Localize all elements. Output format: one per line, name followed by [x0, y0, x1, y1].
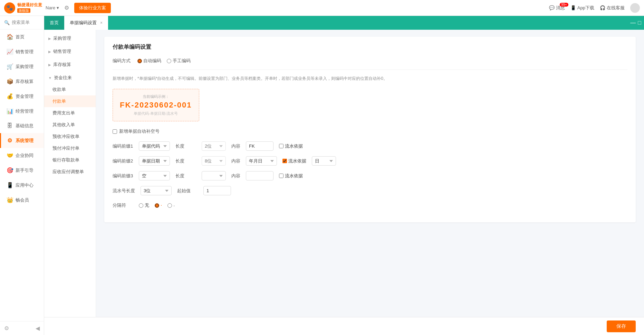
auto-fill-checkbox[interactable] — [113, 129, 117, 134]
tabs-bar: 首页 单据编码设置 × — □ — [44, 16, 644, 30]
tab-home[interactable]: 首页 — [44, 16, 64, 30]
sidebar-item-inventory[interactable]: 📦 库存核算 — [0, 74, 44, 89]
user-avatar[interactable] — [630, 3, 640, 13]
prefix1-select[interactable]: 单据代码 单据代码 — [139, 141, 170, 151]
download-icon: 📱 — [570, 5, 576, 10]
prefix1-label: 编码前缀1 — [113, 143, 133, 149]
sidebar-item-finance[interactable]: 💰 资金管理 — [0, 89, 44, 104]
submenu-group-finance-title[interactable]: ▼ 资金往来 — [44, 72, 96, 84]
logo-text: 畅捷通好生意 旗舰版 — [17, 2, 42, 13]
preview-desc: 单据代码-单据日期-流水号 — [120, 111, 192, 116]
manual-encode-radio[interactable]: 手工编码 — [167, 58, 191, 64]
main-content: 付款单编码设置 编码方式 自动编码 手工编码 新增单据时，*单据编码*自动生成，… — [96, 30, 644, 317]
chevron-right-icon: ▶ — [48, 37, 51, 40]
sidebar-item-purchase[interactable]: 🛒 采购管理 — [0, 59, 44, 74]
prefix-row-2: 编码前缀2 单据日期 长度 8位 内容 年月日 流水依据 日 月 — [113, 156, 627, 166]
submenu-item-bank[interactable]: 银行存取款单 — [44, 154, 96, 166]
water3-label[interactable]: 流水依据 — [285, 173, 303, 179]
online-service-button[interactable]: 🎧 在线客服 — [600, 5, 625, 11]
prefix-row-3: 编码前缀3 空 长度 内容 流水依据 — [113, 171, 627, 180]
sep-dot-radio[interactable]: · — [155, 202, 162, 208]
tab-maximize-icon[interactable]: □ — [638, 20, 641, 26]
water2-label[interactable]: 流水依据 — [288, 158, 306, 164]
water2-checkbox-group: 流水依据 — [282, 158, 306, 164]
preview-code: FK-20230602-001 — [120, 101, 192, 110]
logo-icon: 🐾 — [4, 2, 15, 13]
submenu-item-pre-receive[interactable]: 预收冲应收单 — [44, 131, 96, 142]
chevron-right-icon-2: ▶ — [48, 50, 51, 54]
length1-select[interactable]: 2位 2位 — [202, 141, 226, 151]
length2-label: 长度 — [175, 158, 196, 164]
finance-icon: 💰 — [7, 93, 13, 100]
sidebar-item-member[interactable]: 👑 畅会员 — [0, 193, 44, 207]
length2-select[interactable]: 8位 — [202, 156, 226, 166]
prefix2-select[interactable]: 单据日期 — [139, 156, 170, 166]
sidebar-item-sales[interactable]: 📈 销售管理 — [0, 44, 44, 59]
submenu-item-expense[interactable]: 费用支出单 — [44, 107, 96, 119]
content1-input[interactable] — [246, 141, 273, 151]
appcenter-icon: 📱 — [7, 182, 13, 188]
message-icon: 💬 — [549, 5, 555, 10]
serial-length-select[interactable]: 3位 4位 5位 — [141, 186, 172, 195]
content2-select[interactable]: 年月日 — [246, 156, 277, 166]
app-download-button[interactable]: 📱 App下载 — [570, 5, 594, 11]
submenu-group-inventory: ▶ 库存核算 — [44, 59, 96, 71]
sidebar-item-appcenter[interactable]: 📱 应用中心 — [0, 178, 44, 193]
submenu-item-payment[interactable]: 付款单 — [44, 95, 96, 107]
tab-close-icon[interactable]: × — [100, 20, 103, 25]
sidebar-item-newguide[interactable]: 🎯 新手引导 — [0, 163, 44, 178]
sidebar-item-basic[interactable]: 🗄 基础信息 — [0, 119, 44, 133]
inventory-icon: 📦 — [7, 78, 13, 85]
top-bar-right: 💬 消息 99+ 📱 App下载 🎧 在线客服 — [549, 3, 640, 13]
separator-row: 分隔符 无 · · — [113, 202, 627, 208]
content3-input[interactable] — [246, 171, 273, 180]
water1-checkbox[interactable] — [279, 144, 283, 148]
hint-text: 新增单据时，*单据编码*自动生成，不可编辑。前缀设置为部门、业务员等档案类。开单… — [113, 75, 627, 82]
water2-checkbox[interactable] — [282, 159, 287, 163]
tab-minimize-icon[interactable]: — — [630, 20, 636, 26]
length3-label: 长度 — [175, 173, 196, 179]
prefix-row-1: 编码前缀1 单据代码 单据代码 长度 2位 2位 内容 流水依据 — [113, 141, 627, 151]
chevron-right-icon-3: ▶ — [48, 63, 51, 67]
nav-dropdown[interactable]: Nare ▾ — [46, 5, 59, 10]
length1-label: 长度 — [175, 143, 196, 149]
logo-area: 🐾 畅捷通好生意 旗舰版 — [4, 2, 42, 13]
tab-document-encoding[interactable]: 单据编码设置 × — [64, 16, 108, 30]
content1-label: 内容 — [231, 143, 240, 149]
period-select[interactable]: 日 月 — [312, 156, 336, 166]
start-value-input[interactable] — [203, 186, 231, 195]
length3-select[interactable] — [202, 171, 226, 180]
settings-icon[interactable]: ⚙ — [62, 3, 71, 13]
sidebar-item-operation[interactable]: 📊 经营管理 — [0, 104, 44, 119]
submenu-group-inventory-title[interactable]: ▶ 库存核算 — [44, 59, 96, 71]
submenu-item-receipt[interactable]: 收款单 — [44, 84, 96, 95]
content2-label: 内容 — [231, 158, 240, 164]
water1-label[interactable]: 流水依据 — [285, 143, 303, 149]
start-value-label: 起始值 — [177, 188, 198, 194]
sidebar-item-system[interactable]: ⚙ 系统管理 — [0, 133, 44, 148]
submenu-item-other-income[interactable]: 其他收入单 — [44, 119, 96, 131]
water3-checkbox[interactable] — [279, 174, 283, 178]
sep-dot2-radio[interactable]: · — [167, 203, 175, 208]
message-badge: 99+ — [560, 3, 568, 7]
home-icon: 🏠 — [7, 34, 13, 40]
message-button[interactable]: 💬 消息 99+ — [549, 5, 565, 11]
trial-button[interactable]: 体验行业方案 — [74, 3, 111, 13]
submenu-item-pre-pay[interactable]: 预付冲应付单 — [44, 142, 96, 154]
submenu-group-purchase: ▶ 采购管理 — [44, 32, 96, 44]
submenu-group-purchase-title[interactable]: ▶ 采购管理 — [44, 32, 96, 44]
sidebar-item-enterprise[interactable]: 🤝 企业协同 — [0, 148, 44, 163]
search-menu[interactable]: 🔍 搜索菜单 — [0, 16, 44, 29]
submenu-group-sales-title[interactable]: ▶ 销售管理 — [44, 46, 96, 57]
auto-fill-label[interactable]: 新增单据自动补空号 — [119, 128, 160, 134]
serial-length-label: 流水号长度 — [113, 188, 135, 194]
submenu-item-adjust[interactable]: 应收应付调整单 — [44, 166, 96, 178]
sep-none-radio[interactable]: 无 — [139, 202, 149, 208]
content3-label: 内容 — [231, 173, 240, 179]
auto-encode-radio[interactable]: 自动编码 — [137, 58, 161, 64]
sidebar-item-home[interactable]: 🏠 首页 — [0, 29, 44, 44]
sales-icon: 📈 — [7, 48, 13, 55]
water3-checkbox-group: 流水依据 — [279, 173, 303, 179]
prefix3-select[interactable]: 空 — [139, 171, 170, 180]
water1-checkbox-group: 流水依据 — [279, 143, 303, 149]
